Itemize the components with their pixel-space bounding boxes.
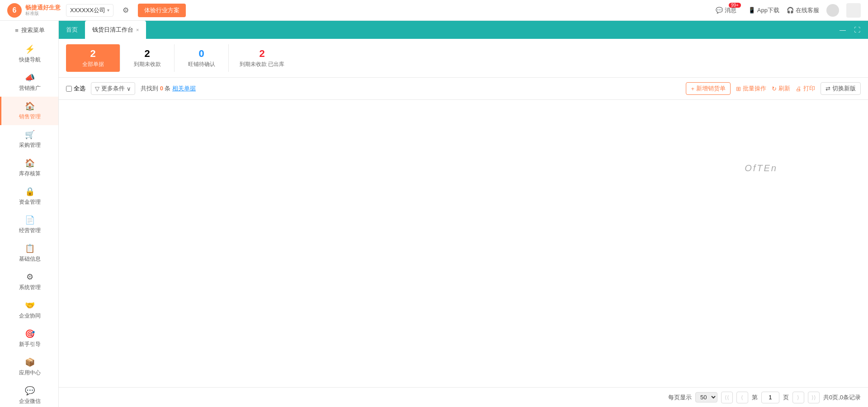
sidebar-item-sales[interactable]: 🏠 销售管理: [0, 97, 58, 125]
tab-expand-btn[interactable]: ⛶: [852, 24, 863, 35]
settings-button[interactable]: ⚙: [119, 4, 132, 17]
add-icon: +: [691, 85, 694, 92]
tab-active[interactable]: 钱货日清工作台 ×: [85, 21, 146, 39]
sidebar: ≡ 搜索菜单 ⚡ 快捷导航 📣 营销推广 🏠 销售管理 🛒 采购管理 🏠 库存核…: [0, 21, 59, 407]
app-download-item[interactable]: 📱 App下载: [748, 6, 779, 14]
stats-row: 2 全部单据 2 到期未收款 0 旺铺待确认 2 到期未收款 已出库: [59, 39, 868, 78]
sidebar-item-inventory[interactable]: 🏠 库存核算: [0, 154, 58, 182]
message-icon: 💬: [716, 7, 723, 14]
avatar[interactable]: [826, 4, 839, 17]
pagination-bar: 每页显示 50 ⟨⟨ ⟨ 第 页 ⟩ ⟩⟩ 共0页,0条记录: [59, 387, 868, 407]
stat-label-all: 全部单据: [82, 61, 104, 68]
marketing-icon: 📣: [25, 73, 35, 83]
online-service-item[interactable]: 🎧 在线客服: [787, 6, 819, 14]
logo-main: 畅捷通好生意: [25, 4, 61, 11]
company-name: XXXXXX公司: [70, 6, 105, 14]
sidebar-item-label-basic-info: 基础信息: [19, 255, 41, 263]
found-count-text: 共找到 0 条 相关单据: [141, 84, 196, 93]
per-page-select[interactable]: 50: [695, 392, 717, 402]
sidebar-item-purchase[interactable]: 🛒 采购管理: [0, 125, 58, 154]
sidebar-item-system[interactable]: ⚙ 系统管理: [0, 267, 58, 296]
sidebar-item-label-quick-nav: 快捷导航: [19, 56, 41, 64]
select-all-checkbox[interactable]: 全选: [66, 84, 85, 93]
switch-label: 切换新版: [832, 84, 856, 93]
top-bar-left: 6 畅捷通好生意 标准版 XXXXXX公司 ▾ ⚙ 体验行业方案: [7, 3, 186, 18]
logo-text: 畅捷通好生意 标准版: [25, 4, 61, 17]
refresh-label: 刷新: [778, 84, 790, 93]
filter-arrow-icon: ∨: [127, 85, 131, 92]
add-sales-order-btn[interactable]: + 新增销货单: [686, 82, 731, 95]
page-suffix: 页: [783, 393, 789, 402]
sales-icon: 🏠: [25, 101, 35, 111]
company-selector[interactable]: XXXXXX公司 ▾: [66, 4, 113, 17]
sidebar-item-guide[interactable]: 🎯 新手引导: [0, 324, 58, 353]
tab-home-label: 首页: [66, 26, 78, 34]
sidebar-item-quick-nav[interactable]: ⚡ 快捷导航: [0, 40, 58, 68]
message-item[interactable]: 💬 消息 99+: [716, 6, 736, 14]
stat-card-shipped[interactable]: 2 到期未收款 已出库: [229, 44, 295, 72]
switch-version-btn[interactable]: ⇄ 切换新版: [821, 82, 861, 95]
content-inner: OfTEn: [59, 100, 868, 387]
content-area: OfTEn: [59, 100, 868, 387]
sidebar-item-basic-info[interactable]: 📋 基础信息: [0, 239, 58, 267]
main-content: 首页 钱货日清工作台 × — ⛶ 2 全部单据 2 到期未收款: [59, 21, 868, 407]
often-watermark: OfTEn: [745, 163, 778, 173]
page-input[interactable]: [761, 392, 779, 403]
guide-icon: 🎯: [25, 329, 35, 339]
logo-sub: 标准版: [25, 11, 61, 16]
headset-icon: 🎧: [787, 7, 794, 14]
tab-minimize-btn[interactable]: —: [837, 24, 848, 35]
sidebar-item-label-funds: 资金管理: [19, 198, 41, 206]
funds-icon: 🔒: [25, 187, 35, 196]
tab-close-icon[interactable]: ×: [136, 27, 139, 33]
batch-ops-btn[interactable]: ⊞ 批量操作: [736, 84, 766, 93]
sidebar-item-label-guide: 新手引导: [19, 341, 41, 348]
prev-page-btn[interactable]: ⟨: [736, 392, 748, 403]
refresh-btn[interactable]: ↻ 刷新: [772, 84, 790, 93]
sidebar-item-label-sales: 销售管理: [19, 113, 41, 121]
sidebar-item-search-menu[interactable]: ≡ 搜索菜单: [0, 21, 58, 40]
basic-info-icon: 📋: [25, 243, 35, 253]
sidebar-item-app-center[interactable]: 📦 应用中心: [0, 353, 58, 381]
switch-icon: ⇄: [826, 85, 830, 92]
batch-label: 批量操作: [743, 84, 766, 93]
logo-icon: 6: [7, 3, 22, 18]
sidebar-item-label-marketing: 营销推广: [19, 84, 41, 92]
first-page-btn[interactable]: ⟨⟨: [721, 392, 733, 403]
found-prefix: 共找到: [141, 85, 158, 92]
sidebar-item-funds[interactable]: 🔒 资金管理: [0, 182, 58, 211]
total-label: 共0页,0条记录: [823, 393, 861, 402]
filter-icon: ▽: [95, 85, 99, 92]
layout: ≡ 搜索菜单 ⚡ 快捷导航 📣 营销推广 🏠 销售管理 🛒 采购管理 🏠 库存核…: [0, 21, 868, 407]
per-page-label: 每页显示: [668, 393, 692, 402]
app-download-icon: 📱: [748, 7, 755, 14]
toolbar-left: 全选 ▽ 更多条件 ∨ 共找到 0 条 相关单据: [66, 82, 196, 95]
sidebar-item-marketing[interactable]: 📣 营销推广: [0, 68, 58, 97]
print-btn[interactable]: 🖨 打印: [796, 84, 815, 93]
experience-btn[interactable]: 体验行业方案: [138, 4, 186, 17]
filter-button[interactable]: ▽ 更多条件 ∨: [91, 82, 135, 95]
stat-card-overdue[interactable]: 2 到期未收款: [120, 44, 175, 72]
tab-active-label: 钱货日清工作台: [92, 26, 133, 34]
filter-label: 更多条件: [101, 84, 125, 93]
tab-home[interactable]: 首页: [59, 21, 85, 39]
system-icon: ⚙: [26, 272, 33, 282]
stat-card-all[interactable]: 2 全部单据: [66, 44, 120, 72]
company-arrow-icon: ▾: [107, 8, 109, 13]
user-menu[interactable]: [846, 3, 861, 18]
next-page-btn[interactable]: ⟩: [793, 392, 804, 403]
select-all-input[interactable]: [66, 86, 72, 92]
sidebar-item-label-enterprise: 企业协同: [19, 312, 41, 320]
sidebar-item-enterprise[interactable]: 🤝 企业协同: [0, 296, 58, 324]
toolbar: 全选 ▽ 更多条件 ∨ 共找到 0 条 相关单据: [59, 78, 868, 100]
print-label: 打印: [803, 84, 815, 93]
purchase-icon: 🛒: [25, 130, 35, 140]
add-label: 新增销货单: [696, 84, 726, 93]
logo-area: 6 畅捷通好生意 标准版: [7, 3, 61, 18]
stat-number-shipped: 2: [259, 48, 265, 60]
sidebar-item-operations[interactable]: 📄 经营管理: [0, 211, 58, 239]
last-page-btn[interactable]: ⟩⟩: [808, 392, 820, 403]
stat-card-wangpu[interactable]: 0 旺铺待确认: [175, 44, 229, 72]
sidebar-item-enterprise-wx[interactable]: 💬 企业微信: [0, 381, 58, 407]
related-link[interactable]: 相关单据: [172, 85, 196, 92]
